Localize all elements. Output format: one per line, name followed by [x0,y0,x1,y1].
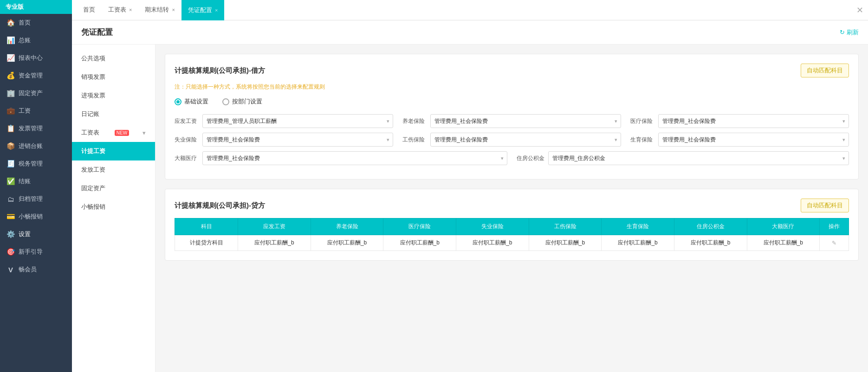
sub-nav-pay-salary[interactable]: 发放工资 [72,160,155,179]
tab-salary-table-close[interactable]: × [129,7,132,13]
th-yanglao: 养老保险 [311,218,383,235]
sub-nav-salary-table[interactable]: 工资表 NEW ▾ [72,123,155,142]
sub-nav-journal[interactable]: 日记账 [72,105,155,123]
main-content: 首页 工资表 × 期末结转 × 凭证配置 × ✕ 凭证配置 ↻ 刷新 公共选项 [72,0,868,372]
sidebar-item-report-center[interactable]: 📈 报表中心 [0,49,72,67]
select-yingfagongzi[interactable]: 管理费用_管理人员职工薪酬 [202,114,393,128]
select-daeyiliao[interactable]: 管理费用_社会保险费 [202,151,507,165]
select-wrapper-daeyiliao: 管理费用_社会保险费 [202,151,507,165]
th-action: 操作 [820,218,849,235]
field-daeyiliao: 大额医疗 管理费用_社会保险费 [175,151,507,165]
auto-match-debit-button[interactable]: 自动匹配科目 [801,64,849,77]
radio-by-dept-label: 按部门设置 [232,97,262,106]
ledger-icon: 📊 [6,36,15,45]
sub-nav-salary-calc[interactable]: 计提工资 [72,142,155,160]
td-gongshang: 应付职工薪酬_b [529,235,602,251]
radio-group: 基础设置 按部门设置 [175,97,849,106]
field-gongjijin: 住房公积金 管理费用_住房公积金 [517,151,849,165]
sidebar-item-purchase-sale[interactable]: 📦 进销台账 [0,137,72,155]
sidebar-item-fund-management[interactable]: 💰 资金管理 [0,67,72,84]
td-kemu: 计提贷方科目 [175,235,238,251]
sub-nav-sales-invoice[interactable]: 销项发票 [72,68,155,86]
sidebar-item-general-ledger[interactable]: 📊 总账 [0,32,72,49]
sidebar-item-label: 首页 [19,19,31,27]
select-gongjijin[interactable]: 管理费用_住房公积金 [548,151,849,165]
sidebar-item-vip[interactable]: V 畅会员 [0,261,72,278]
sub-nav-label: 销项发票 [81,73,105,81]
select-yiliao[interactable]: 管理费用_社会保险费 [658,114,849,128]
sidebar-item-invoice-management[interactable]: 📋 发票管理 [0,120,72,137]
refresh-label: 刷新 [847,28,859,37]
tab-voucher-config[interactable]: 凭证配置 × [181,0,224,20]
global-close-button[interactable]: ✕ [856,5,863,15]
radio-basic[interactable]: 基础设置 [175,97,208,106]
field-gongshang: 工伤保险 管理费用_社会保险费 [402,133,621,147]
refresh-button[interactable]: ↻ 刷新 [840,28,859,37]
select-yanglao[interactable]: 管理费用_社会保险费 [430,114,621,128]
tax-icon: 🧾 [6,160,15,168]
radio-by-dept-circle [222,98,229,105]
refresh-icon: ↻ [840,29,845,36]
th-daeyiliao: 大额医疗 [747,218,820,235]
sidebar-item-label: 报表中心 [19,54,43,62]
right-content: 计提核算规则(公司承担)-借方 自动匹配科目 注：只能选择一种方式，系统将按照您… [155,45,868,372]
sidebar-item-close-account[interactable]: ✅ 结账 [0,173,72,190]
sidebar-item-new-guide[interactable]: 🎯 新手引导 [0,243,72,261]
field-yanglao: 养老保险 管理费用_社会保险费 [402,114,621,128]
select-gongshang[interactable]: 管理费用_社会保险费 [430,133,621,147]
purchase-icon: 📦 [6,142,15,150]
td-action[interactable]: ✎ [820,235,849,251]
label-yiliao: 医疗保险 [630,117,654,125]
sidebar-item-salary[interactable]: 💼 工资 [0,102,72,120]
tab-voucher-config-close[interactable]: × [215,7,218,13]
th-shengyu: 生育保险 [602,218,674,235]
td-daeyiliao: 应付职工薪酬_b [747,235,820,251]
select-wrapper-gongjijin: 管理费用_住房公积金 [548,151,849,165]
section1-title: 计提核算规则(公司承担)-借方 [175,66,265,75]
invoice-icon: 📋 [6,124,15,133]
sidebar-item-label: 小畅报销 [19,212,43,221]
tab-period-close-close[interactable]: × [172,7,175,13]
sidebar-item-label: 结账 [19,177,31,186]
expense-icon: 💳 [6,212,15,221]
select-shiye[interactable]: 管理费用_社会保险费 [202,133,393,147]
td-yingfa: 应付职工薪酬_b [238,235,311,251]
sidebar-item-xiaochangbaoxiao[interactable]: 💳 小畅报销 [0,208,72,225]
auto-match-credit-button[interactable]: 自动匹配科目 [801,199,849,212]
field-shiye: 失业保险 管理费用_社会保险费 [175,133,393,147]
tab-home-label: 首页 [83,6,95,14]
report-icon: 📈 [6,54,15,62]
sidebar-item-settings[interactable]: ⚙️ 设置 [0,225,72,243]
sub-nav: 公共选项 销项发票 进项发票 日记账 工资表 NEW ▾ 计提工资 发放工资 [72,45,155,372]
sidebar-item-fixed-assets[interactable]: 🏢 固定资产 [0,84,72,102]
sidebar-item-home[interactable]: 🏠 首页 [0,14,72,32]
form-row-3: 大额医疗 管理费用_社会保险费 住房公积金 管理费用_住房公积金 [175,151,849,165]
tab-salary-table[interactable]: 工资表 × [102,0,138,20]
sidebar-item-tax-management[interactable]: 🧾 税务管理 [0,155,72,173]
tab-home[interactable]: 首页 [77,0,102,20]
td-yiliao: 应付职工薪酬_b [383,235,456,251]
section2-header: 计提核算规则(公司承担)-贷方 自动匹配科目 [175,199,849,212]
content-layout: 公共选项 销项发票 进项发票 日记账 工资表 NEW ▾ 计提工资 发放工资 [72,45,868,372]
assets-icon: 🏢 [6,89,15,97]
sub-nav-public-options[interactable]: 公共选项 [72,49,155,68]
sidebar-item-archive[interactable]: 🗂 归档管理 [0,190,72,208]
tab-period-close[interactable]: 期末结转 × [138,0,181,20]
select-shengyu[interactable]: 管理费用_社会保险费 [658,133,849,147]
table-row: 计提贷方科目 应付职工薪酬_b 应付职工薪酬_b 应付职工薪酬_b 应付职工薪酬… [175,235,849,251]
fund-icon: 💰 [6,71,15,80]
sub-nav-xiaochangbaoxiao[interactable]: 小畅报销 [72,198,155,216]
sidebar-item-label: 总账 [19,36,31,45]
section-credit-rules: 计提核算规则(公司承担)-贷方 自动匹配科目 科目 应发工资 养老保险 医疗保险… [165,189,859,261]
sub-nav-purchase-invoice[interactable]: 进项发票 [72,86,155,105]
edit-icon[interactable]: ✎ [832,240,836,246]
sub-nav-label: 发放工资 [81,166,105,174]
sub-nav-label: 日记账 [81,110,99,118]
home-icon: 🏠 [6,19,15,27]
radio-by-dept[interactable]: 按部门设置 [222,97,262,106]
sub-nav-label: 进项发票 [81,91,105,100]
sub-nav-fixed-assets[interactable]: 固定资产 [72,179,155,198]
sidebar-item-label: 进销台账 [19,142,43,150]
archive-icon: 🗂 [6,195,15,203]
radio-basic-circle [175,98,181,105]
